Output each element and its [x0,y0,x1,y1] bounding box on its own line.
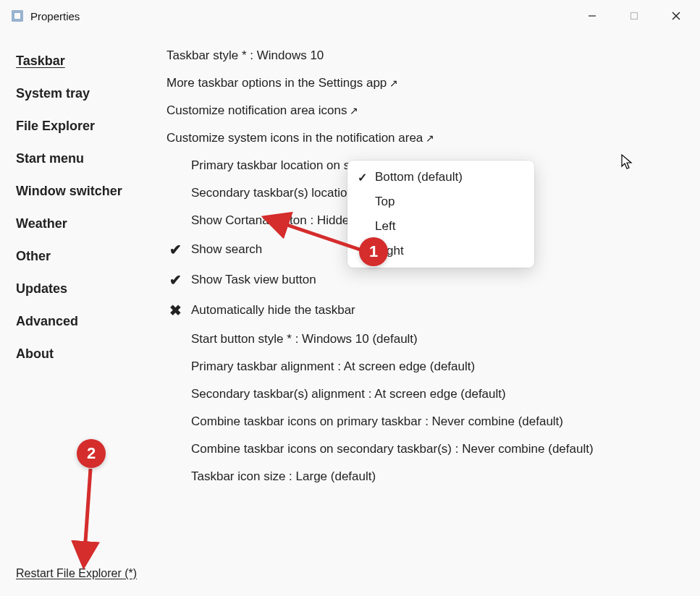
content-area: TaskbarSystem trayFile ExplorerStart men… [0,32,700,596]
titlebar: Properties [0,0,700,32]
nav-item-updates[interactable]: Updates [16,273,152,305]
nav-item-advanced[interactable]: Advanced [16,305,152,338]
check-icon: ✓ [358,171,375,184]
nav-item-system-tray[interactable]: System tray [16,77,152,110]
setting-row[interactable]: More taskbar options in the Settings app [166,69,686,97]
dropdown-item-left[interactable]: Left [347,214,534,239]
dropdown-item-label: Left [375,219,395,234]
dropdown-item-label: Top [375,195,395,209]
nav-item-window-switcher[interactable]: Window switcher [16,175,152,208]
setting-row[interactable]: Customize notification area icons [166,97,686,124]
setting-label: Combine taskbar icons on secondary taskb… [191,442,594,456]
nav-item-start-menu[interactable]: Start menu [16,142,152,175]
setting-label: More taskbar options in the Settings app [166,76,398,90]
restart-file-explorer-link[interactable]: Restart File Explorer (*) [16,567,137,579]
check-icon: ✔ [166,271,184,289]
nav-item-file-explorer[interactable]: File Explorer [16,110,152,142]
setting-row[interactable]: Primary taskbar alignment : At screen ed… [166,353,686,380]
setting-label: Show search [191,242,262,257]
svg-rect-1 [14,12,21,20]
annotation-badge-1: 1 [359,237,388,266]
setting-label: Automatically hide the taskbar [191,303,355,318]
setting-row[interactable]: Taskbar icon size : Large (default) [166,463,686,490]
setting-label: Combine taskbar icons on primary taskbar… [191,414,563,429]
setting-row[interactable]: Start button style * : Windows 10 (defau… [166,325,686,353]
maximize-button[interactable] [613,1,655,30]
app-icon [12,10,23,22]
dropdown-item-label: Bottom (default) [375,170,463,184]
nav-item-other[interactable]: Other [16,240,152,273]
nav-item-about[interactable]: About [16,338,152,370]
setting-label: Taskbar style * : Windows 10 [166,48,324,63]
setting-row[interactable]: Combine taskbar icons on primary taskbar… [166,408,686,435]
setting-label: Secondary taskbar(s) alignment : At scre… [191,387,506,401]
window-controls [571,1,697,30]
setting-row[interactable]: Customize system icons in the notificati… [166,124,686,152]
annotation-badge-2: 2 [77,439,106,468]
window-title: Properties [30,10,571,22]
minimize-button[interactable] [571,1,613,30]
x-icon: ✖ [166,302,184,319]
svg-rect-3 [631,13,638,20]
dropdown-item-bottom[interactable]: ✓Bottom (default) [347,165,534,190]
setting-label: Primary taskbar alignment : At screen ed… [191,359,475,374]
dropdown-item-top[interactable]: Top [347,190,534,214]
sidebar: TaskbarSystem trayFile ExplorerStart men… [0,32,152,596]
setting-row[interactable]: ✖Automatically hide the taskbar [166,295,686,325]
setting-label: Show Task view button [191,273,316,287]
close-button[interactable] [655,1,697,30]
setting-row[interactable]: Taskbar style * : Windows 10 [166,42,686,69]
main-panel: Taskbar style * : Windows 10More taskbar… [152,32,700,596]
sidebar-footer: Restart File Explorer (*) [16,567,152,596]
setting-row[interactable]: Secondary taskbar(s) alignment : At scre… [166,380,686,408]
setting-row[interactable]: Combine taskbar icons on secondary taskb… [166,435,686,463]
setting-row[interactable]: ✔Show Task view button [166,265,686,295]
setting-label: Customize notification area icons [166,103,358,118]
setting-label: Start button style * : Windows 10 (defau… [191,332,418,346]
nav-item-weather[interactable]: Weather [16,208,152,240]
check-icon: ✔ [166,241,184,258]
nav-item-taskbar[interactable]: Taskbar [16,45,152,77]
nav-list: TaskbarSystem trayFile ExplorerStart men… [16,45,152,370]
setting-label: Customize system icons in the notificati… [166,131,434,145]
setting-label: Taskbar icon size : Large (default) [191,469,376,484]
